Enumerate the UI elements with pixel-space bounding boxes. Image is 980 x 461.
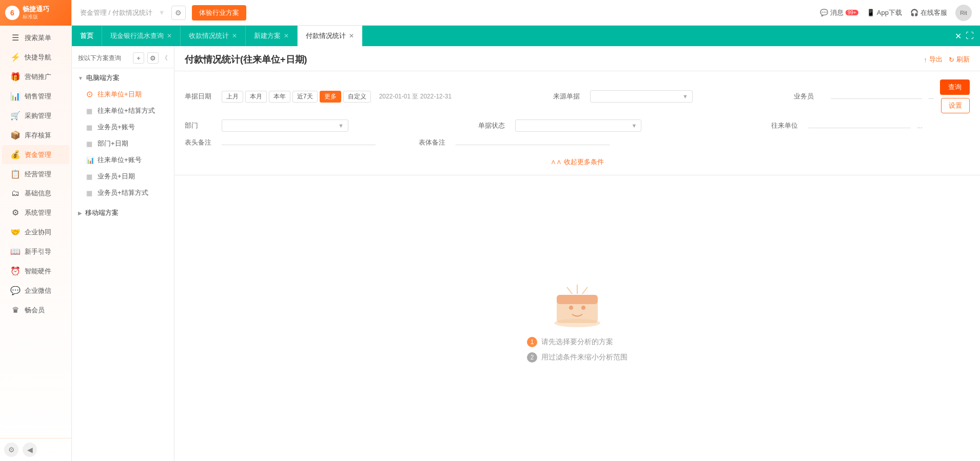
grid-icon-2: ▦ xyxy=(86,124,94,131)
prev-month-button[interactable]: 上月 xyxy=(222,91,243,103)
voucher-status-select[interactable]: ▼ xyxy=(515,119,642,132)
date-filter-label: 单据日期 xyxy=(185,92,215,101)
staff-input[interactable] xyxy=(831,94,922,99)
tab-payment-stats[interactable]: 付款情况统计 ✕ xyxy=(298,26,362,46)
scheme-item-staff-settlement[interactable]: ▦ 业务员+结算方式 xyxy=(72,185,174,201)
dept-chevron-down-icon: ▼ xyxy=(338,123,344,129)
sidebar-item-purchase[interactable]: 🛒 采购管理 xyxy=(2,106,69,125)
source-select[interactable]: ▼ xyxy=(590,90,693,103)
scheme-item-partner-account[interactable]: 📊 往来单位+账号 xyxy=(72,152,174,168)
empty-text-list: 1 请先选择要分析的方案 2 用过滤条件来缩小分析范围 xyxy=(527,337,628,363)
scheme-item-staff-date[interactable]: ▦ 业务员+日期 xyxy=(72,168,174,185)
sidebar-item-member[interactable]: ♛ 畅会员 xyxy=(2,300,69,319)
sidebar-item-sales[interactable]: 📊 销售管理 xyxy=(2,87,69,106)
inventory-icon: 📦 xyxy=(10,130,21,140)
tab-home[interactable]: 首页 xyxy=(72,26,102,46)
online-service-button[interactable]: 🎧 在线客服 xyxy=(910,8,947,17)
filter-settings-button[interactable]: 设置 xyxy=(941,98,970,113)
scheme-group-desktop-header[interactable]: ▼ 电脑端方案 xyxy=(72,70,174,86)
this-month-button[interactable]: 本月 xyxy=(245,91,267,103)
staff-ellipsis[interactable]: ... xyxy=(928,93,934,101)
sidebar-item-operations[interactable]: 📋 经营管理 xyxy=(2,165,69,184)
online-service-label: 在线客服 xyxy=(920,8,947,17)
tab-new-scheme-close[interactable]: ✕ xyxy=(284,32,289,39)
partner-filter-label: 往来单位 xyxy=(771,121,802,130)
scheme-collapse-button[interactable]: 《 xyxy=(162,54,168,63)
grid-icon-3: ▦ xyxy=(86,140,94,148)
sidebar-item-basic[interactable]: 🗂 基础信息 xyxy=(2,184,69,203)
sidebar-item-weixin[interactable]: 💬 企业微信 xyxy=(2,281,69,300)
sidebar-item-label: 畅会员 xyxy=(25,306,45,315)
refresh-button[interactable]: ↻ 刷新 xyxy=(949,55,970,64)
sidebar-item-marketing[interactable]: 🎁 营销推广 xyxy=(2,67,69,86)
sidebar-item-search[interactable]: ☰ 搜索菜单 xyxy=(2,28,69,47)
scheme-item-label: 业务员+账号 xyxy=(97,123,135,132)
breadcrumb: 资金管理 / 付款情况统计 xyxy=(80,8,152,17)
filter-row-1: 单据日期 上月 本月 本年 近7天 更多 自定义 2022-01-01 至 20… xyxy=(185,79,970,113)
topbar-settings-button[interactable]: ⚙ xyxy=(171,6,186,20)
this-year-button[interactable]: 本年 xyxy=(269,91,290,103)
footer-settings-button[interactable]: ⚙ xyxy=(4,443,18,457)
sidebar-item-label: 经营管理 xyxy=(25,170,51,179)
tab-new-scheme[interactable]: 新建方案 ✕ xyxy=(246,26,298,46)
tab-maximize-button[interactable]: ⛶ xyxy=(966,31,974,41)
topbar-actions: 💬 消息 99+ 📱 App下载 🎧 在线客服 Rit xyxy=(820,5,972,21)
header-note-input[interactable] xyxy=(222,141,376,145)
partner-ellipsis[interactable]: ... xyxy=(917,122,923,130)
body-note-input[interactable] xyxy=(456,141,610,145)
sidebar-item-enterprise[interactable]: 🤝 企业协同 xyxy=(2,223,69,242)
user-avatar[interactable]: Rit xyxy=(955,5,972,21)
scheme-item-partner-settlement[interactable]: ▦ 往来单位+结算方式 xyxy=(72,103,174,119)
basic-icon: 🗂 xyxy=(10,189,21,198)
scheme-item-partner-date[interactable]: ⊙ 往来单位+日期 xyxy=(72,86,174,103)
sidebar-item-quick-nav[interactable]: ⚡ 快捷导航 xyxy=(2,48,69,67)
quick-nav-icon: ⚡ xyxy=(10,52,21,62)
add-icon: + xyxy=(136,54,141,62)
sidebar-item-inventory[interactable]: 📦 库存核算 xyxy=(2,126,69,145)
tab-bank-flow-close[interactable]: ✕ xyxy=(167,32,172,39)
grid-icon: ▦ xyxy=(86,107,94,115)
scheme-item-label: 部门+日期 xyxy=(97,139,128,148)
footer-collapse-button[interactable]: ◀ xyxy=(23,443,37,457)
collapse-more-button[interactable]: ∧∧ 收起更多条件 xyxy=(185,153,970,171)
scheme-item-staff-account[interactable]: ▦ 业务员+账号 xyxy=(72,119,174,135)
tab-receipt-stats[interactable]: 收款情况统计 ✕ xyxy=(181,26,246,46)
sidebar-item-label: 系统管理 xyxy=(25,208,51,217)
tab-close-all-button[interactable]: ✕ xyxy=(955,31,962,41)
sidebar-item-system[interactable]: ⚙ 系统管理 xyxy=(2,203,69,222)
partner-input[interactable] xyxy=(808,124,911,128)
sidebar-item-label: 营销推广 xyxy=(25,72,51,82)
search-menu-icon: ☰ xyxy=(10,33,21,43)
page-title: 付款情况统计(往来单位+日期) xyxy=(185,53,924,66)
trial-button[interactable]: 体验行业方案 xyxy=(192,5,246,21)
page-area: 按以下方案查询 + ⚙ 《 ▼ 电脑端方案 ⊙ 往来单位+日期 xyxy=(72,46,980,461)
dept-filter-label: 部门 xyxy=(185,121,215,130)
scheme-group-mobile-header[interactable]: ▶ 移动端方案 xyxy=(72,205,174,221)
tab-receipt-stats-close[interactable]: ✕ xyxy=(232,32,237,39)
dept-select[interactable]: ▼ xyxy=(222,119,348,132)
app-edition: 标准版 xyxy=(23,13,49,21)
sidebar-footer: ⚙ ◀ xyxy=(0,438,71,461)
svg-line-5 xyxy=(567,287,572,294)
last-7days-button[interactable]: 近7天 xyxy=(292,91,318,103)
message-button[interactable]: 💬 消息 99+ xyxy=(820,8,858,17)
empty-hint-2: 2 用过滤条件来缩小分析范围 xyxy=(527,352,628,363)
query-button[interactable]: 查询 xyxy=(940,79,970,95)
more-date-button[interactable]: 更多 xyxy=(320,91,341,103)
sidebar-item-capital[interactable]: 💰 资金管理 xyxy=(2,145,69,164)
logo-icon: 6 xyxy=(5,6,19,20)
custom-date-button[interactable]: 自定义 xyxy=(343,91,371,103)
sidebar-item-label: 库存核算 xyxy=(25,131,51,140)
export-button[interactable]: ↑ 导出 xyxy=(924,55,943,64)
sidebar-item-hardware[interactable]: ⏰ 智能硬件 xyxy=(2,262,69,280)
sidebar: 6 畅捷通巧 标准版 ☰ 搜索菜单 ⚡ 快捷导航 🎁 营销推广 📊 销售管理 🛒… xyxy=(0,0,72,461)
scheme-add-button[interactable]: + xyxy=(133,52,144,64)
empty-illustration xyxy=(541,274,613,331)
scheme-settings-button[interactable]: ⚙ xyxy=(147,52,159,64)
scheme-item-dept-date[interactable]: ▦ 部门+日期 xyxy=(72,135,174,152)
app-download-button[interactable]: 📱 App下载 xyxy=(867,8,902,17)
tab-bank-flow[interactable]: 现金银行流水查询 ✕ xyxy=(102,26,181,46)
scheme-group-desktop: ▼ 电脑端方案 ⊙ 往来单位+日期 ▦ 往来单位+结算方式 ▦ 业务员+账号 ▦ xyxy=(72,68,174,203)
tab-payment-stats-close[interactable]: ✕ xyxy=(349,32,354,39)
sidebar-item-guide[interactable]: 📖 新手引导 xyxy=(2,242,69,261)
